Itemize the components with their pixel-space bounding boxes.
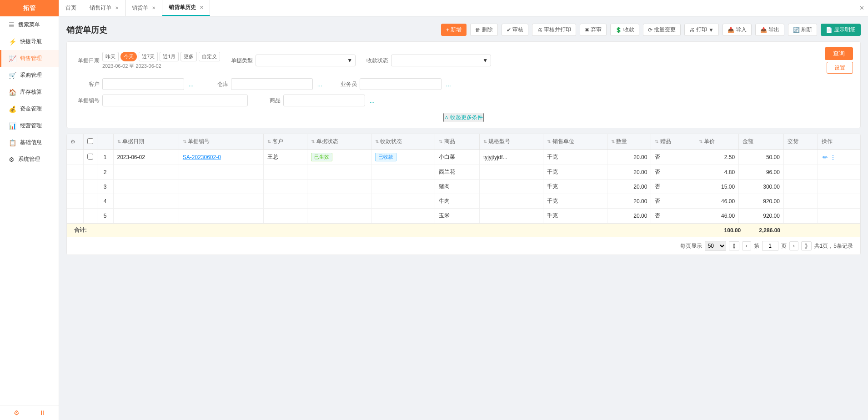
sidebar-item-finance[interactable]: 💰 资金管理 bbox=[0, 100, 59, 117]
date-btn-1month[interactable]: 近1月 bbox=[160, 52, 179, 61]
cell-goods: 小白菜 bbox=[435, 150, 480, 165]
import-button[interactable]: 📥 导入 bbox=[722, 24, 752, 36]
refresh-button[interactable]: 🔄 刷新 bbox=[788, 24, 817, 36]
warehouse-input[interactable] bbox=[231, 78, 313, 90]
sidebar-settings-icon[interactable]: ⚙ bbox=[14, 409, 20, 416]
sidebar-item-label: 库存核算 bbox=[20, 88, 42, 96]
sidebar-item-inventory[interactable]: 🏠 库存核算 bbox=[0, 84, 59, 100]
audit-button[interactable]: ✔ 审核 bbox=[502, 24, 528, 36]
cell-unit-price: 46.00 bbox=[695, 209, 738, 223]
date-btn-custom[interactable]: 自定义 bbox=[199, 52, 220, 61]
select-all-checkbox[interactable] bbox=[87, 138, 93, 144]
audit-print-button[interactable]: 🖨 审核并打印 bbox=[532, 24, 576, 36]
th-gear[interactable]: ⚙ bbox=[67, 134, 83, 150]
edit-icon[interactable]: ✏ bbox=[823, 154, 828, 161]
main-area: 首页 销售订单 ✕ 销货单 ✕ 销货单历史 ✕ ✕ 销货单历史 + 新增 bbox=[59, 0, 868, 420]
doc-type-label: 单据类型 bbox=[227, 57, 253, 65]
goods-ellipsis[interactable]: ... bbox=[368, 97, 376, 104]
sidebar-collapse-icon[interactable]: ⏸ bbox=[39, 409, 45, 416]
summary-values: 100.00 2,286.00 bbox=[90, 227, 853, 234]
sidebar-item-basic-info[interactable]: 📋 基础信息 bbox=[0, 134, 59, 151]
cell-doc-status bbox=[307, 209, 371, 223]
cell-checkbox bbox=[83, 194, 97, 209]
abandon-button[interactable]: ✖ 弃审 bbox=[580, 24, 607, 36]
more-icon[interactable]: ⋮ bbox=[830, 154, 836, 161]
pg-last-button[interactable]: ⟫ bbox=[801, 241, 812, 250]
row-checkbox[interactable] bbox=[87, 154, 93, 160]
th-spec[interactable]: ⇅ 规格型号 bbox=[479, 134, 543, 150]
th-payment-status[interactable]: ⇅ 收款状态 bbox=[371, 134, 435, 150]
th-gift[interactable]: ⇅ 赠品 bbox=[651, 134, 695, 150]
collapse-button[interactable]: ∧ 收起更多条件 bbox=[443, 113, 484, 122]
query-button[interactable]: 查询 bbox=[825, 47, 853, 60]
th-unit[interactable]: ⇅ 销售单位 bbox=[543, 134, 607, 150]
th-quantity[interactable]: ⇅ 数量 bbox=[607, 134, 651, 150]
date-btn-more[interactable]: 更多 bbox=[181, 52, 197, 61]
sidebar-item-sales-mgmt[interactable]: 📈 销售管理 bbox=[0, 50, 59, 67]
pg-next-button[interactable]: › bbox=[789, 241, 798, 250]
tab-sales-order[interactable]: 销售订单 ✕ bbox=[83, 0, 125, 16]
salesman-ellipsis[interactable]: ... bbox=[444, 81, 453, 88]
show-detail-button[interactable]: 📄 显示明细 bbox=[821, 24, 861, 36]
delete-button[interactable]: 🗑 删除 bbox=[470, 24, 498, 36]
import-icon: 📥 bbox=[728, 27, 734, 33]
doc-no-link[interactable]: SA-20230602-0 bbox=[183, 154, 221, 160]
date-btn-yesterday[interactable]: 昨天 bbox=[102, 52, 119, 61]
table-row: 5 玉米 千克 20.00 否 46.00 920.00 bbox=[67, 209, 860, 223]
th-doc-no[interactable]: ⇅ 单据编号 bbox=[179, 134, 263, 150]
payment-status-badge: 已收款 bbox=[375, 153, 396, 161]
cell-quantity: 20.00 bbox=[607, 194, 651, 209]
sidebar-item-quick-nav[interactable]: ⚡ 快捷导航 bbox=[0, 33, 59, 50]
tab-home[interactable]: 首页 bbox=[59, 0, 83, 16]
sidebar-item-search-menu[interactable]: ☰ 搜索菜单 bbox=[0, 16, 59, 33]
cell-unit: 千克 bbox=[543, 150, 607, 165]
cell-spec bbox=[479, 194, 543, 209]
sidebar-item-ops-mgmt[interactable]: 📊 经营管理 bbox=[0, 117, 59, 134]
customer-input[interactable] bbox=[102, 78, 184, 90]
th-goods[interactable]: ⇅ 商品 bbox=[435, 134, 480, 150]
sidebar-item-purchase-mgmt[interactable]: 🛒 采购管理 bbox=[0, 67, 59, 84]
print-button[interactable]: 🖨 打印 ▼ bbox=[684, 24, 719, 36]
per-page-select[interactable]: 50 100 200 bbox=[705, 241, 726, 251]
cell-goods: 牛肉 bbox=[435, 194, 480, 209]
customer-ellipsis[interactable]: ... bbox=[187, 81, 196, 88]
tab-sales-history-label: 销货单历史 bbox=[169, 4, 196, 11]
warehouse-ellipsis[interactable]: ... bbox=[316, 81, 324, 88]
export-button[interactable]: 📤 导出 bbox=[755, 24, 784, 36]
th-doc-status[interactable]: ⇅ 单据状态 bbox=[307, 134, 371, 150]
pg-prev-button[interactable]: ‹ bbox=[742, 241, 751, 250]
set-button[interactable]: 设置 bbox=[827, 62, 853, 74]
payment-status-select[interactable]: ▼ bbox=[391, 55, 491, 66]
new-button[interactable]: + 新增 bbox=[441, 24, 467, 36]
goods-input[interactable] bbox=[283, 95, 365, 106]
tab-sales-order-close[interactable]: ✕ bbox=[115, 5, 119, 10]
cell-action bbox=[818, 165, 860, 180]
batch-change-button[interactable]: ⟳ 批量变更 bbox=[643, 24, 681, 36]
tab-sales-bill[interactable]: 销货单 ✕ bbox=[125, 0, 162, 16]
tab-sales-bill-close[interactable]: ✕ bbox=[152, 5, 156, 10]
tabs-end[interactable]: ✕ bbox=[859, 5, 868, 11]
date-btn-today[interactable]: 今天 bbox=[120, 52, 137, 61]
pg-page-input[interactable] bbox=[762, 241, 778, 251]
th-unit-price[interactable]: ⇅ 单价 bbox=[695, 134, 738, 150]
audit-print-icon: 🖨 bbox=[537, 27, 542, 33]
date-btn-7days[interactable]: 近7天 bbox=[139, 52, 158, 61]
sidebar-item-sys-mgmt[interactable]: ⚙ 系统管理 bbox=[0, 151, 59, 168]
th-doc-date[interactable]: ⇅ 单据日期 bbox=[113, 134, 179, 150]
sort-icon: ⇅ bbox=[183, 139, 186, 144]
salesman-input[interactable] bbox=[360, 78, 442, 90]
table-row: 1 2023-06-02 SA-20230602-0 王总 已生效 已收款 小白… bbox=[67, 150, 860, 165]
goods-label: 商品 bbox=[255, 97, 281, 105]
ops-mgmt-icon: 📊 bbox=[9, 122, 16, 130]
pg-first-button[interactable]: ⟪ bbox=[729, 241, 739, 250]
sort-icon: ⇅ bbox=[267, 139, 271, 144]
customer-label: 客户 bbox=[74, 80, 100, 88]
th-checkbox bbox=[83, 134, 97, 150]
tab-sales-history[interactable]: 销货单历史 ✕ bbox=[162, 0, 210, 16]
doc-type-select[interactable]: ▼ bbox=[256, 55, 356, 66]
th-customer[interactable]: ⇅ 客户 bbox=[263, 134, 307, 150]
collect-button[interactable]: 💲 收款 bbox=[610, 24, 639, 36]
th-amount[interactable]: 金额 bbox=[739, 134, 784, 150]
tab-sales-history-close[interactable]: ✕ bbox=[200, 5, 203, 10]
doc-no-input[interactable] bbox=[102, 95, 248, 106]
